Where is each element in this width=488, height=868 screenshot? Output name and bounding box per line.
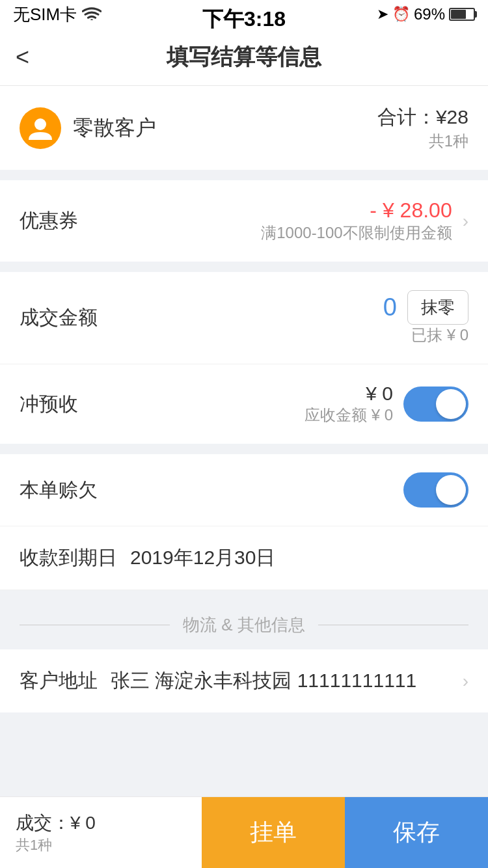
deal-sub: 已抹 ¥ 0 xyxy=(371,325,468,346)
coupon-row[interactable]: 优惠券 - ¥ 28.00 满1000-100不限制使用金额 › xyxy=(0,180,488,262)
back-button[interactable]: < xyxy=(16,44,29,71)
status-bar: 无SIM卡 下午3:18 ➤ ⏰ 69% xyxy=(0,0,488,29)
logistics-divider: 物流 & 其他信息 xyxy=(0,601,488,649)
prepay-toggle[interactable] xyxy=(403,387,468,422)
deal-row: 成交金额 0 抹零 已抹 ¥ 0 xyxy=(0,272,488,364)
due-date-row: 收款到期日 2019年12月30日 xyxy=(0,526,488,590)
divider-line-left xyxy=(20,625,170,625)
svg-point-1 xyxy=(34,118,46,130)
nav-bar: < 填写结算等信息 xyxy=(0,29,488,86)
credit-section: 本单赊欠 收款到期日 2019年12月30日 xyxy=(0,454,488,590)
coupon-chevron-icon: › xyxy=(463,211,468,232)
address-section: 客户地址 张三 海淀永丰科技园 11111111111 › xyxy=(0,649,488,712)
person-icon xyxy=(27,115,53,141)
credit-right xyxy=(403,472,468,508)
battery-icon xyxy=(449,8,475,21)
page-title: 填写结算等信息 xyxy=(167,42,321,72)
address-label: 客户地址 xyxy=(20,668,98,694)
bottom-deal: 成交：¥ 0 xyxy=(16,811,186,835)
coupon-label: 优惠券 xyxy=(20,208,78,234)
status-right: ➤ ⏰ 69% xyxy=(377,5,475,23)
due-date-value[interactable]: 2019年12月30日 xyxy=(130,545,275,571)
credit-toggle[interactable] xyxy=(403,472,468,508)
save-button[interactable]: 保存 xyxy=(345,797,488,869)
no-sim-label: 无SIM卡 xyxy=(13,3,77,26)
customer-count: 共1种 xyxy=(377,131,468,152)
coupon-amount: - ¥ 28.00 xyxy=(261,198,452,223)
coupon-desc: 满1000-100不限制使用金额 xyxy=(261,223,452,243)
credit-label: 本单赊欠 xyxy=(20,477,98,504)
credit-row: 本单赊欠 xyxy=(0,454,488,526)
deal-value[interactable]: 0 xyxy=(371,293,397,321)
prepay-sub: 应收金额 ¥ 0 xyxy=(305,405,393,426)
bottom-deal-label: 成交： xyxy=(16,813,70,833)
logistics-label: 物流 & 其他信息 xyxy=(183,614,305,636)
customer-total: 合计：¥28 xyxy=(377,104,468,131)
content: 零散客户 合计：¥28 共1种 优惠券 - ¥ 28.00 满1000-100不… xyxy=(0,86,488,868)
prepay-row: 冲预收 ¥ 0 应收金额 ¥ 0 xyxy=(0,364,488,444)
deal-right: 0 抹零 已抹 ¥ 0 xyxy=(371,290,468,346)
round-zero-button[interactable]: 抹零 xyxy=(407,290,468,325)
wifi-icon xyxy=(82,5,102,25)
deal-label: 成交金额 xyxy=(20,305,98,331)
deal-right-col: 0 抹零 已抹 ¥ 0 xyxy=(371,290,468,346)
bottom-bar: 成交：¥ 0 共1种 挂单 保存 xyxy=(0,796,488,868)
customer-right: 合计：¥28 共1种 xyxy=(377,104,468,152)
bottom-deal-value: ¥ 0 xyxy=(70,813,96,833)
coupon-right: - ¥ 28.00 满1000-100不限制使用金额 › xyxy=(261,198,468,243)
prepay-right-col: ¥ 0 应收金额 ¥ 0 xyxy=(305,383,393,426)
alarm-icon: ⏰ xyxy=(392,6,410,23)
hang-button[interactable]: 挂单 xyxy=(202,797,345,869)
battery-percent: 69% xyxy=(414,5,445,23)
status-left: 无SIM卡 xyxy=(13,3,102,26)
bottom-info: 成交：¥ 0 共1种 xyxy=(0,811,202,855)
customer-name: 零散客户 xyxy=(73,114,156,142)
address-value: 张三 海淀永丰科技园 11111111111 xyxy=(111,668,416,694)
location-icon: ➤ xyxy=(377,6,388,23)
prepay-value: ¥ 0 xyxy=(305,383,393,405)
due-date-label: 收款到期日 xyxy=(20,545,117,571)
address-chevron-icon: › xyxy=(463,671,468,692)
prepay-label: 冲预收 xyxy=(20,391,78,418)
deal-section: 成交金额 0 抹零 已抹 ¥ 0 冲预收 ¥ 0 应收金额 ¥ 0 xyxy=(0,272,488,444)
prepay-right: ¥ 0 应收金额 ¥ 0 xyxy=(305,383,468,426)
customer-row: 零散客户 合计：¥28 共1种 xyxy=(0,86,488,170)
credit-toggle-knob xyxy=(436,475,466,505)
customer-avatar xyxy=(20,107,61,149)
divider-line-right xyxy=(318,625,468,625)
bottom-count: 共1种 xyxy=(16,835,186,855)
address-row[interactable]: 客户地址 张三 海淀永丰科技园 11111111111 › xyxy=(0,649,488,712)
coupon-right-col: - ¥ 28.00 满1000-100不限制使用金额 xyxy=(261,198,452,243)
address-left: 客户地址 张三 海淀永丰科技园 11111111111 xyxy=(20,668,416,694)
coupon-section: 优惠券 - ¥ 28.00 满1000-100不限制使用金额 › xyxy=(0,180,488,262)
prepay-toggle-knob xyxy=(436,389,466,419)
svg-point-0 xyxy=(90,19,93,20)
customer-left: 零散客户 xyxy=(20,107,156,149)
